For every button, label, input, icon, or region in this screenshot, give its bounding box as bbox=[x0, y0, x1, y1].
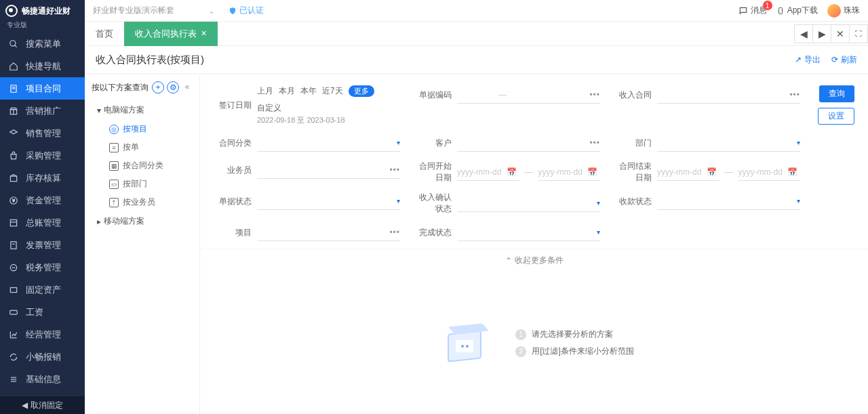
message-badge: 1 bbox=[763, 1, 772, 10]
sidebar-unpin[interactable]: ◀ 取消固定 bbox=[0, 396, 85, 414]
refresh-icon: ⟳ bbox=[831, 55, 838, 64]
brand-tag: 专业版 bbox=[0, 20, 85, 30]
filter-salesman: 业务员 ••• bbox=[214, 161, 400, 180]
quick-more[interactable]: 更多 bbox=[349, 85, 374, 97]
chart-icon: ⇡ bbox=[109, 198, 119, 207]
chat-icon bbox=[738, 6, 748, 16]
menu-quicknav[interactable]: 快捷导航 bbox=[0, 55, 85, 77]
chart-icon bbox=[8, 329, 19, 340]
add-scheme-button[interactable]: + bbox=[152, 81, 164, 94]
customer-input[interactable]: ••• bbox=[457, 134, 600, 152]
menu-basic[interactable]: 基础信息 bbox=[0, 368, 85, 390]
filter-area: 签订日期 上月 本月 本年 近7天 更多 自定义 2022-09-18 至 20… bbox=[200, 75, 868, 414]
tabs-next-button[interactable]: ▶ bbox=[812, 24, 831, 43]
scheme-settings-button[interactable]: ⚙ bbox=[167, 81, 179, 94]
lookup-icon[interactable]: ••• bbox=[589, 138, 600, 148]
menu-tax[interactable]: 税务管理 bbox=[0, 256, 85, 278]
start-date-to[interactable]: yyyy-mm-dd📅 bbox=[538, 163, 601, 181]
filter-customer: 客户 ••• bbox=[414, 133, 600, 152]
quick-seven-days[interactable]: 近7天 bbox=[322, 85, 343, 97]
collapse-panel-button[interactable]: « bbox=[182, 81, 193, 92]
collapse-filters-button[interactable]: ⌃ 收起更多条件 bbox=[200, 249, 868, 272]
menu-ledger[interactable]: 总账管理 bbox=[0, 211, 85, 234]
confirm-status-select[interactable]: ▾ bbox=[457, 194, 600, 212]
menu-marketing[interactable]: 营销推广 bbox=[0, 100, 85, 122]
calendar-icon: 📅 bbox=[787, 167, 797, 177]
tax-icon bbox=[8, 262, 19, 273]
empty-state: 1请先选择要分析的方案 2用[过滤]条件来缩小分析范围 bbox=[200, 272, 868, 414]
menu-expense[interactable]: 小畅报销 bbox=[0, 346, 85, 368]
page-title: 收入合同执行表(按项目) bbox=[96, 54, 204, 66]
menu-salary[interactable]: 工资 bbox=[0, 301, 85, 323]
document-icon bbox=[8, 83, 19, 94]
dept-select[interactable]: ▾ bbox=[657, 134, 800, 152]
tab-home[interactable]: 首页 bbox=[85, 22, 124, 46]
ledger-icon bbox=[8, 218, 19, 228]
refresh-button[interactable]: ⟳刷新 bbox=[831, 54, 857, 66]
chevron-down-icon: ▾ bbox=[797, 197, 800, 205]
quick-this-month[interactable]: 本月 bbox=[279, 85, 295, 97]
lookup-icon[interactable]: ••• bbox=[389, 228, 400, 237]
lookup-icon[interactable]: ••• bbox=[789, 90, 800, 100]
doc-status-select[interactable]: ▾ bbox=[257, 192, 400, 210]
messages-button[interactable]: 消息 1 bbox=[738, 5, 767, 16]
quick-last-month[interactable]: 上月 bbox=[257, 85, 273, 97]
app-download-button[interactable]: App下载 bbox=[776, 5, 818, 16]
menu-search[interactable]: 搜索菜单 bbox=[0, 33, 85, 55]
chevron-down-icon: ▾ bbox=[597, 199, 600, 207]
doc-no-input[interactable]: —••• bbox=[457, 86, 600, 104]
avatar-icon bbox=[827, 4, 841, 18]
salesman-input[interactable]: ••• bbox=[257, 161, 400, 179]
done-status-select[interactable]: ▾ bbox=[457, 224, 600, 241]
settings-button[interactable]: 设置 bbox=[818, 108, 854, 125]
filter-project: 项目 ••• bbox=[214, 223, 400, 242]
user-menu[interactable]: 珠珠 bbox=[827, 4, 860, 18]
scheme-by-dept[interactable]: ▭按部门 bbox=[85, 175, 199, 193]
scheme-group-desktop[interactable]: ▾电脑端方案 bbox=[85, 100, 199, 120]
scheme-by-project[interactable]: ◎按项目 bbox=[85, 120, 199, 138]
menu-invoice[interactable]: 发票管理 bbox=[0, 234, 85, 256]
top-header: 好业财专业版演示帐套 ⌄ 已认证 消息 1 App下载 珠珠 bbox=[85, 0, 868, 22]
quick-custom[interactable]: 自定义 bbox=[257, 102, 281, 114]
filter-done-status: 完成状态 ▾ bbox=[414, 223, 600, 242]
lookup-icon[interactable]: ••• bbox=[589, 90, 600, 100]
scheme-group-mobile[interactable]: ▸移动端方案 bbox=[85, 211, 199, 231]
contract-cat-select[interactable]: ▾ bbox=[257, 134, 400, 152]
menu-biz[interactable]: 经营管理 bbox=[0, 323, 85, 346]
target-icon: ◎ bbox=[109, 125, 119, 134]
menu-inventory[interactable]: 库存核算 bbox=[0, 167, 85, 189]
tabs-close-button[interactable]: ✕ bbox=[831, 24, 850, 43]
shield-icon bbox=[229, 7, 237, 15]
tabs-prev-button[interactable]: ◀ bbox=[794, 24, 813, 43]
scheme-title: 按以下方案查询 bbox=[92, 82, 149, 94]
quick-this-year[interactable]: 本年 bbox=[300, 85, 317, 97]
filter-doc-no: 单据编码 —••• bbox=[414, 85, 600, 104]
scheme-by-contract-cat[interactable]: ▦按合同分类 bbox=[85, 157, 199, 175]
cart-icon bbox=[8, 128, 19, 139]
income-contract-input[interactable]: ••• bbox=[657, 86, 800, 104]
scheme-by-salesman[interactable]: ⇡按业务员 bbox=[85, 193, 199, 211]
menu-project-contract[interactable]: 项目合同 bbox=[0, 77, 85, 100]
menu-sales[interactable]: 销售管理 bbox=[0, 122, 85, 144]
filter-start-date: 合同开始日期 yyyy-mm-dd📅 — yyyy-mm-dd📅 bbox=[414, 161, 600, 184]
export-button[interactable]: ↗导出 bbox=[795, 54, 821, 66]
tab-income-contract-exec[interactable]: 收入合同执行表 ✕ bbox=[124, 22, 218, 46]
project-input[interactable]: ••• bbox=[257, 224, 400, 241]
query-button[interactable]: 查询 bbox=[819, 85, 854, 102]
start-date-from[interactable]: yyyy-mm-dd📅 bbox=[457, 163, 519, 181]
dataset-selector[interactable]: 好业财专业版演示帐套 ⌄ bbox=[93, 5, 215, 16]
tabs-fullscreen-button[interactable]: ⛶ bbox=[849, 24, 868, 43]
menu-funds[interactable]: ¥资金管理 bbox=[0, 189, 85, 211]
lookup-icon[interactable]: ••• bbox=[389, 165, 400, 175]
close-icon[interactable]: ✕ bbox=[201, 29, 207, 38]
asset-icon bbox=[8, 285, 19, 295]
collect-status-select[interactable]: ▾ bbox=[657, 192, 800, 210]
chevron-up-icon: ⌃ bbox=[505, 256, 512, 266]
menu-purchase[interactable]: 采购管理 bbox=[0, 144, 85, 167]
dash-placeholder: — bbox=[498, 90, 507, 100]
end-date-to[interactable]: yyyy-mm-dd📅 bbox=[738, 163, 801, 181]
end-date-from[interactable]: yyyy-mm-dd📅 bbox=[657, 163, 719, 181]
gift-icon bbox=[8, 106, 19, 117]
menu-asset[interactable]: 固定资产 bbox=[0, 278, 85, 301]
scheme-by-doc[interactable]: ≡按单 bbox=[85, 138, 199, 157]
